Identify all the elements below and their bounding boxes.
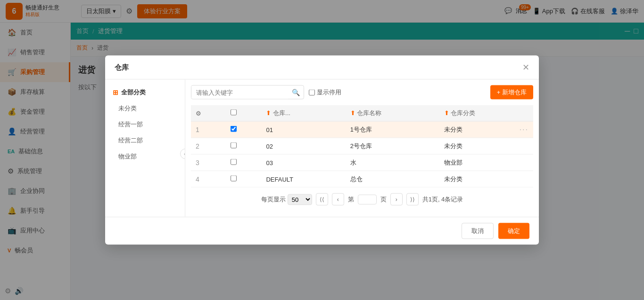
col-code[interactable]: ⬆ 仓库... bbox=[261, 105, 345, 122]
row-checkbox-0[interactable] bbox=[226, 121, 262, 138]
table-row[interactable]: 1 01 1号仓库 未分类··· bbox=[191, 121, 533, 138]
table-row[interactable]: 3 03 水 物业部 bbox=[191, 154, 533, 171]
modal-close-btn[interactable]: ✕ bbox=[522, 62, 529, 73]
row-settings-0: 1 bbox=[191, 121, 226, 138]
row-name-2: 水 bbox=[346, 154, 439, 171]
confirm-btn[interactable]: 确定 bbox=[498, 223, 529, 239]
category-item-unclassified[interactable]: 未分类 bbox=[105, 100, 185, 117]
row-checkbox-2[interactable] bbox=[226, 154, 262, 171]
cancel-btn[interactable]: 取消 bbox=[462, 223, 494, 239]
search-input-wrap: 🔍 bbox=[191, 85, 304, 100]
row-settings-2: 3 bbox=[191, 154, 226, 171]
row-category-3: 未分类 bbox=[439, 171, 533, 187]
row-code-0: 01 bbox=[261, 121, 345, 138]
modal-body: ⊞ 全部分类 « 未分类 经营一部 经营二部 物业部 🔍 bbox=[105, 80, 539, 217]
row-checkbox-1[interactable] bbox=[226, 138, 262, 154]
row-code-3: DEFAULT bbox=[261, 171, 345, 187]
table-panel: 🔍 显示停用 + 新增仓库 ⚙ ⬆ bbox=[185, 80, 539, 217]
row-name-0: 1号仓库 bbox=[346, 121, 439, 138]
sort-icon-name: ⬆ bbox=[350, 109, 355, 117]
sort-icon-cat: ⬆ bbox=[444, 109, 449, 117]
row-code-1: 02 bbox=[261, 138, 345, 154]
total-info: 共1页, 4条记录 bbox=[422, 195, 463, 204]
modal-title: 仓库 bbox=[115, 63, 129, 72]
row-category-2: 物业部 bbox=[439, 154, 533, 171]
warehouse-modal: 仓库 ✕ ⊞ 全部分类 « 未分类 经营一部 经营二部 物业部 bbox=[105, 56, 539, 245]
category-all[interactable]: ⊞ 全部分类 bbox=[105, 84, 185, 100]
col-settings: ⚙ bbox=[191, 105, 226, 122]
grid-icon: ⊞ bbox=[113, 89, 118, 96]
table-row[interactable]: 4 DEFAULT 总仓 未分类 bbox=[191, 171, 533, 187]
add-warehouse-btn[interactable]: + 新增仓库 bbox=[490, 85, 533, 100]
pagination: 每页显示 50 100 200 ⟨⟨ ‹ 第 1 页 › ⟩⟩ 共1页, 4条记… bbox=[191, 188, 533, 211]
row-name-1: 2号仓库 bbox=[346, 138, 439, 154]
search-input[interactable] bbox=[191, 86, 288, 99]
table-header-row: ⚙ ⬆ 仓库... ⬆ 仓库名称 ⬆ bbox=[191, 105, 533, 122]
page-size-select: 每页显示 50 100 200 bbox=[261, 194, 312, 205]
row-checkbox-3[interactable] bbox=[226, 171, 262, 187]
show-disabled-label[interactable]: 显示停用 bbox=[309, 88, 341, 97]
row-code-2: 03 bbox=[261, 154, 345, 171]
table-body: 1 01 1号仓库 未分类··· 2 02 2号仓库 未分类 3 03 水 物业… bbox=[191, 121, 533, 187]
row-category-1: 未分类 bbox=[439, 138, 533, 154]
col-category[interactable]: ⬆ 仓库分类 bbox=[439, 105, 533, 122]
next-page-btn[interactable]: › bbox=[390, 193, 403, 206]
search-bar: 🔍 显示停用 + 新增仓库 bbox=[191, 85, 533, 100]
modal-header: 仓库 ✕ bbox=[105, 56, 539, 80]
prev-page-btn[interactable]: ‹ bbox=[332, 193, 344, 206]
search-icon[interactable]: 🔍 bbox=[288, 86, 304, 99]
first-page-btn[interactable]: ⟨⟨ bbox=[316, 193, 328, 206]
modal-footer: 取消 确定 bbox=[105, 217, 539, 245]
table-row[interactable]: 2 02 2号仓库 未分类 bbox=[191, 138, 533, 154]
page-number-input[interactable]: 1 bbox=[358, 194, 377, 204]
col-name[interactable]: ⬆ 仓库名称 bbox=[346, 105, 439, 122]
row-settings-3: 4 bbox=[191, 171, 226, 187]
show-disabled-checkbox[interactable] bbox=[309, 89, 315, 95]
last-page-btn[interactable]: ⟩⟩ bbox=[406, 193, 419, 206]
select-all-checkbox[interactable] bbox=[231, 109, 237, 116]
category-item-ops1[interactable]: 经营一部 bbox=[105, 117, 185, 133]
row-name-3: 总仓 bbox=[346, 171, 439, 187]
category-item-property[interactable]: 物业部 bbox=[105, 149, 185, 165]
row-settings-1: 2 bbox=[191, 138, 226, 154]
category-item-ops2[interactable]: 经营二部 bbox=[105, 133, 185, 149]
col-checkbox bbox=[226, 105, 262, 122]
category-panel: ⊞ 全部分类 « 未分类 经营一部 经营二部 物业部 bbox=[105, 80, 185, 217]
page-size-dropdown[interactable]: 50 100 200 bbox=[288, 194, 312, 205]
warehouse-table: ⚙ ⬆ 仓库... ⬆ 仓库名称 ⬆ bbox=[191, 105, 533, 188]
row-category-0: 未分类··· bbox=[439, 121, 533, 138]
table-container: ⚙ ⬆ 仓库... ⬆ 仓库名称 ⬆ bbox=[191, 105, 533, 188]
sort-icon: ⬆ bbox=[266, 109, 271, 117]
